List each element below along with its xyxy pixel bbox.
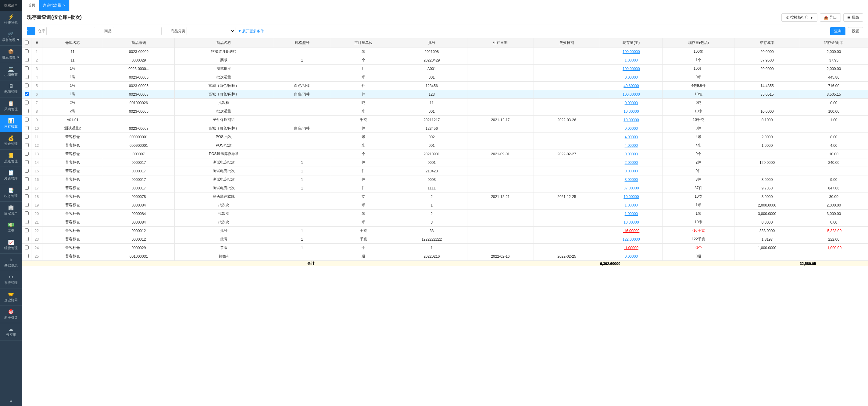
sidebar-item-system[interactable]: ⚙ 系统管理 [0, 271, 22, 289]
row-prod-date-0 [467, 47, 533, 56]
row-checkbox-12[interactable] [22, 150, 31, 158]
row-checkbox-11[interactable] [22, 141, 31, 150]
row-qty-main-8[interactable]: 10.00000 [600, 116, 662, 124]
row-checkbox-6[interactable] [22, 99, 31, 107]
warehouse-input[interactable] [46, 27, 95, 35]
main-area: 首页 库存批次量 ✕ 现存量查询(按仓库+批次) 🖨 按模板打印 ▼ 📤 导出 … [22, 0, 868, 406]
row-checkbox-22[interactable] [22, 235, 31, 244]
sidebar-item-mini-ecom[interactable]: 💻 小脑电商 [0, 63, 22, 80]
sidebar-item-salary[interactable]: 💵 工资 [0, 219, 22, 236]
row-qty-main-11[interactable]: 4.00000 [600, 141, 662, 150]
row-qty-main-21[interactable]: -16.00000 [600, 227, 662, 235]
row-checkbox-18[interactable] [22, 201, 31, 209]
row-checkbox-2[interactable] [22, 65, 31, 73]
row-checkbox-3[interactable] [22, 73, 31, 81]
row-prod-date-3 [467, 73, 533, 81]
amount-info-icon[interactable]: ① [840, 40, 843, 45]
row-qty-main-5[interactable]: 100.00000 [600, 90, 662, 99]
level-button[interactable]: ☰ 层级 [843, 13, 863, 22]
sidebar-item-guide[interactable]: 🎯 新手引导 [0, 306, 22, 323]
sidebar-item-tax[interactable]: 📑 税务管理 [0, 184, 22, 202]
print-button[interactable]: 🖨 按模板打印 ▼ [781, 13, 817, 22]
settings-button[interactable]: 设置 [848, 27, 863, 35]
row-checkbox-20[interactable] [22, 218, 31, 227]
table-footer-row: 合计 6,302.60000 32,589.05 [22, 261, 868, 266]
table-row: 25 普客标仓 001000031 鲫鱼A 瓶 20220216 2022-02… [22, 252, 868, 261]
row-code-19: 0000084 [103, 209, 175, 218]
sidebar-item-finance[interactable]: 💰 资金管理 [0, 132, 22, 149]
row-checkbox-21[interactable] [22, 227, 31, 235]
sidebar-item-ledger[interactable]: 📒 总账管理 [0, 149, 22, 167]
row-checkbox-14[interactable] [22, 167, 31, 175]
row-prod-date-14 [467, 167, 533, 175]
row-qty-main-2[interactable]: 100.00000 [600, 65, 662, 73]
row-checkbox-17[interactable] [22, 193, 31, 201]
export-button[interactable]: 📤 导出 [820, 13, 841, 22]
row-unit-21: 千克 [331, 227, 396, 235]
sidebar-item-retail[interactable]: 🛒 零售管理 ▼ [0, 28, 22, 46]
sidebar-item-ecom[interactable]: 🖥 电商管理 [0, 80, 22, 98]
row-checkbox-7[interactable] [22, 107, 31, 116]
row-checkbox-13[interactable] [22, 158, 31, 167]
row-qty-main-22[interactable]: 122.00000 [600, 235, 662, 244]
col-checkbox[interactable] [22, 38, 31, 47]
row-qty-main-15[interactable]: 3.00000 [600, 175, 662, 184]
sidebar-item-assets[interactable]: 🏢 固定资产 [0, 202, 22, 219]
row-checkbox-23[interactable] [22, 244, 31, 252]
row-qty-main-17[interactable]: 10.00000 [600, 193, 662, 201]
sidebar-item-collab[interactable]: 🤝 企业协同 [0, 289, 22, 306]
row-qty-main-4[interactable]: 49.60000 [600, 81, 662, 90]
sidebar-item-purchase[interactable]: 📋 采购管理 [0, 98, 22, 115]
sidebar-item-cloud[interactable]: ☁ 云应用 [0, 323, 22, 340]
tab-home[interactable]: 首页 [24, 0, 39, 11]
row-checkbox-24[interactable] [22, 252, 31, 261]
row-checkbox-8[interactable] [22, 116, 31, 124]
category-select[interactable] [187, 27, 236, 35]
sidebar-settings[interactable]: ⚙ [0, 396, 22, 406]
row-qty-main-6[interactable]: 0.00000 [600, 99, 662, 107]
tab-close-icon[interactable]: ✕ [63, 4, 66, 7]
sidebar-logo[interactable]: 搜索菜单 [0, 0, 22, 11]
sidebar-item-operation[interactable]: 📈 经营管理 [0, 236, 22, 254]
sidebar-item-invoice[interactable]: 🧾 发票管理 [0, 167, 22, 184]
sidebar-item-basic[interactable]: ℹ 基础信息 [0, 254, 22, 271]
row-checkbox-5[interactable] [22, 90, 31, 99]
row-qty-main-13[interactable]: 2.00000 [600, 158, 662, 167]
row-checkbox-0[interactable] [22, 47, 31, 56]
row-checkbox-15[interactable] [22, 175, 31, 184]
row-qty-main-19[interactable]: 1.00000 [600, 209, 662, 218]
row-qty-main-20[interactable]: 10.00000 [600, 218, 662, 227]
row-qty-main-16[interactable]: 87.00000 [600, 184, 662, 193]
footer-qty-pkg-total [662, 261, 735, 266]
sidebar-item-inventory[interactable]: 📊 库存核算 [0, 115, 22, 132]
tab-inventory-batch[interactable]: 库存批次量 ✕ [39, 0, 69, 11]
row-qty-pkg-2: 100斤 [662, 65, 735, 73]
filter-toggle-arrow[interactable]: › [27, 27, 35, 35]
row-exp-date-18 [533, 201, 600, 209]
goods-input[interactable] [113, 27, 162, 35]
row-checkbox-16[interactable] [22, 184, 31, 193]
row-checkbox-1[interactable] [22, 56, 31, 65]
sidebar-item-wholesale[interactable]: 📦 批发管理 ▼ [0, 46, 22, 63]
row-qty-main-1[interactable]: 1.00000 [600, 56, 662, 65]
sidebar-item-quicknav[interactable]: ⚡ 快捷导航 [0, 11, 22, 28]
row-checkbox-10[interactable] [22, 133, 31, 141]
row-qty-main-12[interactable]: 0.00000 [600, 150, 662, 158]
row-unit-24: 瓶 [331, 252, 396, 261]
row-checkbox-4[interactable] [22, 81, 31, 90]
row-qty-main-18[interactable]: 1.00000 [600, 201, 662, 209]
row-qty-main-10[interactable]: 4.00000 [600, 133, 662, 141]
select-all-checkbox[interactable] [25, 40, 29, 44]
search-button[interactable]: 查询 [830, 27, 845, 35]
row-qty-main-9[interactable]: 0.00000 [600, 124, 662, 133]
row-qty-main-0[interactable]: 100.00000 [600, 47, 662, 56]
row-qty-main-24[interactable]: 0.00000 [600, 252, 662, 261]
row-batch-9: 123456 [396, 124, 467, 133]
row-checkbox-19[interactable] [22, 209, 31, 218]
expand-conditions[interactable]: ▼ 展开更多条件 [238, 29, 264, 34]
row-qty-main-14[interactable]: 0.00000 [600, 167, 662, 175]
row-qty-main-3[interactable]: 0.00000 [600, 73, 662, 81]
row-checkbox-9[interactable] [22, 124, 31, 133]
row-qty-main-7[interactable]: 10.00000 [600, 107, 662, 116]
row-qty-main-23[interactable]: -1.00000 [600, 244, 662, 252]
